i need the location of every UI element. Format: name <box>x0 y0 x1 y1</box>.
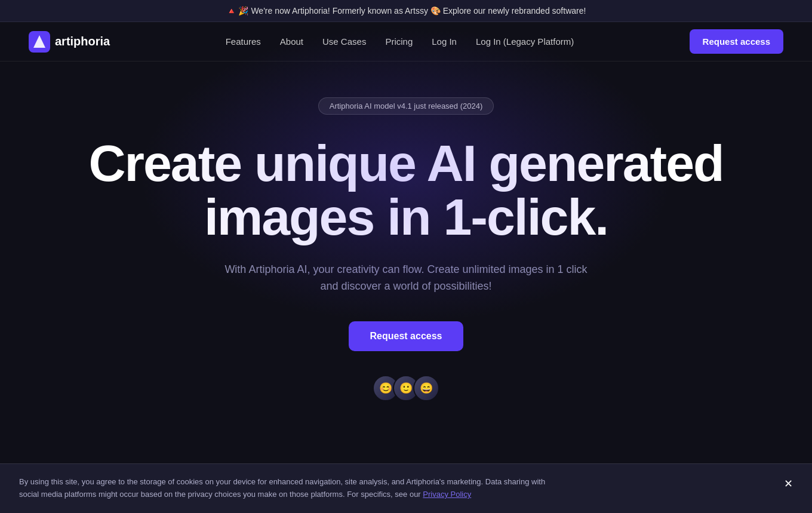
avatar-row: 😊 🙂 😄 <box>373 375 439 401</box>
nav-use-cases[interactable]: Use Cases <box>322 36 366 47</box>
nav-login[interactable]: Log In <box>432 36 457 47</box>
hero-title: Create unique AI generated images in 1-c… <box>88 136 723 244</box>
nav-links: Features About Use Cases Pricing Log In … <box>226 36 574 47</box>
hero-section: Artiphoria AI model v4.1 just released (… <box>0 62 812 425</box>
avatar: 😄 <box>413 375 439 401</box>
cookie-banner: By using this site, you agree to the sto… <box>0 463 812 513</box>
navbar: artiphoria Features About Use Cases Pric… <box>0 22 812 62</box>
cookie-close-button[interactable]: ✕ <box>784 477 793 490</box>
nav-about[interactable]: About <box>280 36 303 47</box>
announcement-bar: 🔺 🎉 We're now Artiphoria! Formerly known… <box>0 0 812 22</box>
nav-features[interactable]: Features <box>226 36 261 47</box>
announcement-text: 🔺 🎉 We're now Artiphoria! Formerly known… <box>226 6 586 16</box>
cookie-text: By using this site, you agree to the sto… <box>19 476 556 501</box>
nav-login-legacy[interactable]: Log In (Legacy Platform) <box>476 36 574 47</box>
nav-request-access-button[interactable]: Request access <box>690 29 783 54</box>
logo-text: artiphoria <box>55 35 110 48</box>
nav-pricing[interactable]: Pricing <box>385 36 413 47</box>
hero-request-access-button[interactable]: Request access <box>349 321 464 351</box>
logo[interactable]: artiphoria <box>29 31 110 53</box>
logo-icon <box>29 31 50 53</box>
privacy-policy-link[interactable]: Privacy Policy <box>423 490 471 499</box>
hero-subtitle: With Artiphoria AI, your creativity can … <box>221 261 591 296</box>
release-badge: Artiphoria AI model v4.1 just released (… <box>318 97 494 115</box>
